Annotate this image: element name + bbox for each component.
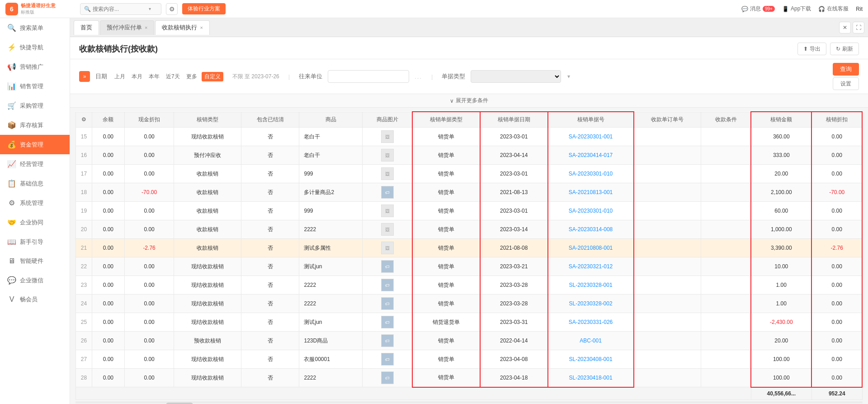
cell-verify-type: 现结收款核销: [174, 350, 241, 369]
cell-receipt-order: [634, 276, 701, 295]
cell-verify-doc-no[interactable]: SA-20230331-026: [548, 313, 634, 332]
horizontal-scrollbar[interactable]: [75, 402, 863, 404]
cell-verify-doc-date: 2023-03-14: [480, 220, 548, 239]
cell-goods: 测试jun: [299, 313, 363, 332]
cell-receipt-condition: [701, 332, 751, 350]
sidebar-item-marketing[interactable]: 📢 营销推广: [0, 57, 70, 76]
search-input[interactable]: [93, 6, 147, 12]
settings-button[interactable]: ⚙: [166, 3, 178, 15]
cell-goods-image: 🖼: [363, 239, 413, 257]
user-name[interactable]: Rit: [856, 6, 863, 12]
export-button[interactable]: ⬆ 导出: [797, 43, 826, 55]
date-opt-more[interactable]: 更多: [184, 72, 199, 81]
partner-input[interactable]: [328, 70, 409, 83]
cell-verify-doc-no[interactable]: ABC-001: [548, 332, 634, 350]
date-opt-this-month[interactable]: 本月: [130, 72, 144, 81]
tab-verify-close[interactable]: ×: [200, 25, 203, 30]
cell-verify-doc-no[interactable]: SA-20230301-010: [548, 165, 634, 183]
trial-button[interactable]: 体验行业方案: [182, 3, 226, 14]
cell-verify-doc-no[interactable]: SA-20230414-017: [548, 146, 634, 165]
tab-bar: 首页 预付冲应付单 × 收款核销执行 × ✕ ⛶: [70, 18, 868, 37]
total-verify-amount: 40,556,66...: [751, 387, 811, 400]
cell-verify-doc-no[interactable]: SL-20230328-001: [548, 276, 634, 295]
sidebar-item-sales[interactable]: 📊 销售管理: [0, 76, 70, 96]
online-service-button[interactable]: 🎧 在线客服: [818, 5, 849, 13]
voucher-type-select[interactable]: [471, 70, 561, 83]
cell-goods: 2222: [299, 369, 363, 387]
date-custom-button[interactable]: 自定义: [202, 72, 223, 81]
expand-more-button[interactable]: ∨ 展开更多条件: [450, 97, 488, 105]
tab-prepay[interactable]: 预付冲应付单 ×: [100, 20, 154, 35]
sidebar-item-collab[interactable]: 🤝 企业协同: [0, 213, 70, 232]
tab-home[interactable]: 首页: [74, 20, 99, 35]
top-search-box[interactable]: 🔍 ▾: [80, 3, 161, 15]
partner-dots: ...: [415, 73, 422, 80]
cell-include-settled: 否: [241, 239, 299, 257]
sidebar-item-guide[interactable]: 📖 新手引导: [0, 232, 70, 252]
cell-verify-doc-no[interactable]: SA-20230321-012: [548, 257, 634, 276]
logo-icon: 6: [5, 3, 18, 15]
app-download-button[interactable]: 📱 App下载: [782, 5, 811, 13]
cell-verify-doc-date: 2023-03-21: [480, 257, 548, 276]
operations-icon: 📈: [7, 160, 16, 168]
cell-verify-doc-no[interactable]: SA-20210813-001: [548, 183, 634, 202]
sidebar-item-inventory[interactable]: 📦 库存核算: [0, 115, 70, 135]
cell-verify-amount: 100.00: [751, 350, 811, 369]
cell-include-settled: 否: [241, 220, 299, 239]
cell-verify-doc-no[interactable]: SL-20230408-001: [548, 350, 634, 369]
cell-verify-amount: 2,100.00: [751, 183, 811, 202]
col-goods-image: 商品图片: [363, 112, 413, 128]
cell-verify-doc-no[interactable]: SA-20230301-010: [548, 202, 634, 220]
cell-verify-type: 预付冲应收: [174, 146, 241, 165]
sidebar-item-operations[interactable]: 📈 经营管理: [0, 154, 70, 174]
cell-balance: 0.00: [92, 128, 125, 146]
cell-no: 20: [76, 220, 92, 239]
search-icon: 🔍: [7, 24, 16, 32]
sidebar-item-hardware[interactable]: 🖥 智能硬件: [0, 252, 70, 271]
date-label: 日期: [95, 72, 107, 81]
cell-verify-doc-no[interactable]: SA-20230314-008: [548, 220, 634, 239]
cell-verify-doc-type: 销货单: [412, 183, 480, 202]
col-receipt-condition: 收款条件: [701, 112, 751, 128]
tab-maximize-button[interactable]: ⛶: [853, 22, 864, 33]
query-button[interactable]: 查询: [833, 63, 859, 76]
cell-verify-doc-no[interactable]: SL-20230418-001: [548, 369, 634, 387]
sidebar-item-purchase[interactable]: 🛒 采购管理: [0, 96, 70, 115]
quicknav-icon: ⚡: [7, 43, 16, 52]
tab-prepay-close[interactable]: ×: [145, 25, 147, 30]
sidebar-item-vip[interactable]: V 畅会员: [0, 290, 70, 309]
gear-icon: ⚙: [81, 116, 86, 123]
date-opt-7days[interactable]: 近7天: [164, 72, 182, 81]
cell-goods: 测试jun: [299, 257, 363, 276]
sidebar-item-search[interactable]: 🔍 搜索菜单: [0, 18, 70, 38]
logo-area: 6 畅捷通谱好生意 标推版: [5, 2, 75, 15]
cell-receipt-condition: [701, 202, 751, 220]
cell-verify-doc-no[interactable]: SA-20210808-001: [548, 239, 634, 257]
date-opt-this-year[interactable]: 本年: [147, 72, 161, 81]
sidebar-item-basics[interactable]: 📋 基础信息: [0, 174, 70, 193]
sidebar-item-wechat[interactable]: 💬 企业微信: [0, 271, 70, 290]
col-gear[interactable]: ⚙: [76, 112, 92, 128]
expand-button[interactable]: »: [79, 71, 90, 82]
cell-no: 27: [76, 350, 92, 369]
cell-no: 16: [76, 146, 92, 165]
cell-goods: 测试多属性: [299, 239, 363, 257]
partner-label: 往来单位: [299, 72, 322, 81]
tab-close-button[interactable]: ✕: [839, 22, 851, 33]
sidebar-item-finance[interactable]: 💰 资金管理: [0, 135, 70, 154]
cell-verify-amount: -2,430.00: [751, 313, 811, 332]
settings-button[interactable]: 设置: [833, 77, 859, 90]
cell-cash-discount: 0.00: [124, 350, 174, 369]
messages-button[interactable]: 💬 消息 99+: [741, 5, 775, 13]
cell-verify-doc-no[interactable]: SA-20230301-001: [548, 128, 634, 146]
cell-verify-doc-no[interactable]: SL-20230328-002: [548, 295, 634, 313]
sidebar-item-system[interactable]: ⚙ 系统管理: [0, 193, 70, 213]
cell-receipt-order: [634, 220, 701, 239]
date-opt-last-month[interactable]: 上月: [113, 72, 127, 81]
table-container[interactable]: ⚙ 余额 现金折扣 核销类型 包含已结清 商品 商品图片 核销单据类型 核销单据…: [70, 108, 868, 404]
tab-prepay-label: 预付冲应付单: [107, 24, 142, 32]
cell-balance: 0.00: [92, 183, 125, 202]
refresh-button[interactable]: ↻ 刷新: [830, 43, 859, 55]
tab-verify[interactable]: 收款核销执行 ×: [155, 20, 209, 35]
sidebar-item-quicknav[interactable]: ⚡ 快捷导航: [0, 38, 70, 57]
